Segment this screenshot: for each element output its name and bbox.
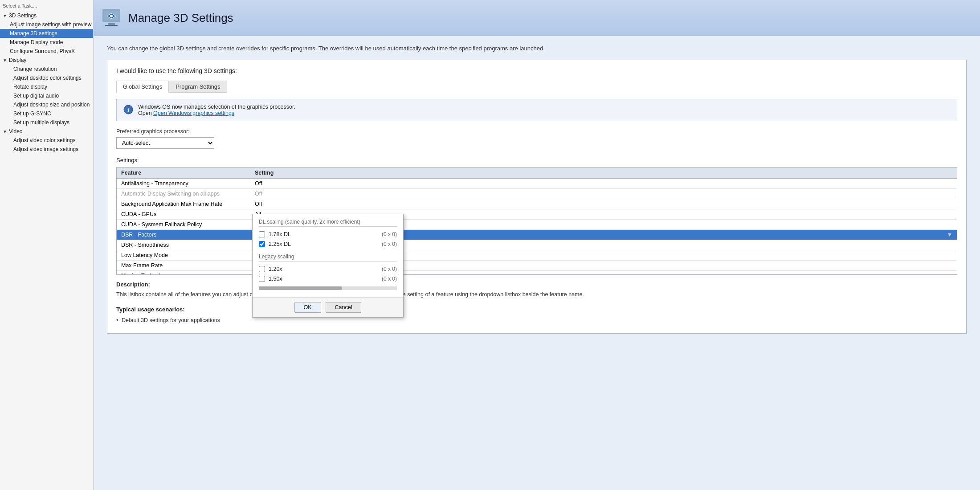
typical-title: Typical usage scenarios: — [116, 306, 957, 313]
sidebar-section-display-label: Display — [9, 57, 26, 63]
tab-program[interactable]: Program Settings — [169, 81, 227, 93]
sidebar-item-change-resolution[interactable]: Change resolution — [0, 65, 93, 74]
sidebar-item-digital-audio[interactable]: Set up digital audio — [0, 91, 93, 100]
page-header: Manage 3D Settings — [94, 0, 980, 36]
sidebar-item-rotate-display[interactable]: Rotate display — [0, 82, 93, 91]
page-title: Manage 3D Settings — [128, 11, 233, 25]
table-cell-feature: Low Latency Mode — [117, 250, 250, 261]
table-cell-feature: Background Application Max Frame Rate — [117, 199, 250, 209]
coords-178dl: (0 x 0) — [382, 231, 397, 237]
sidebar-item-manage-3d[interactable]: Manage 3D settings — [0, 29, 93, 38]
windows-graphics-settings-link[interactable]: Open Windows graphics settings — [153, 110, 234, 116]
table-row[interactable]: Low Latency Mode — [117, 250, 957, 261]
table-cell-feature: DSR - Smoothness — [117, 240, 250, 250]
sidebar-item-video-image[interactable]: Adjust video image settings — [0, 145, 93, 154]
sidebar-item-multiple-displays[interactable]: Set up multiple displays — [0, 118, 93, 127]
table-row[interactable]: Max Frame Rate — [117, 261, 957, 271]
expand-icon-video: ▼ — [2, 128, 8, 135]
sidebar-section-video[interactable]: ▼ Video — [0, 127, 93, 136]
description-text: This listbox contains all of the feature… — [116, 290, 957, 299]
col-setting: Setting — [250, 167, 957, 179]
table-row[interactable]: CUDA - GPUsAll — [117, 209, 957, 220]
ok-button[interactable]: OK — [294, 302, 321, 313]
sidebar-item-gsync[interactable]: Set up G-SYNC — [0, 109, 93, 118]
expand-icon-3d: ▼ — [2, 12, 8, 19]
settings-box: I would like to use the following 3D set… — [107, 60, 967, 334]
settings-box-title: I would like to use the following 3D set… — [116, 67, 957, 74]
dsr-popup: DL scaling (same quality, 2x more effici… — [252, 214, 404, 318]
svg-rect-4 — [108, 23, 115, 25]
sidebar-item-manage-display[interactable]: Manage Display mode — [0, 38, 93, 47]
sidebar-item-configure-surround[interactable]: Configure Surround, PhysX — [0, 47, 93, 56]
label-120x: 1.20x — [269, 266, 375, 272]
table-row[interactable]: CUDA - Sysmem Fallback PolicyDriver Defa… — [117, 220, 957, 230]
content-area: You can change the global 3D settings an… — [94, 36, 980, 351]
pref-graphics-label: Preferred graphics processor: — [116, 128, 957, 135]
sidebar-section-video-label: Video — [9, 128, 22, 135]
legacy-scaling-title: Legacy scaling — [259, 253, 397, 261]
settings-label: Settings: — [116, 157, 957, 163]
sidebar-item-video-color[interactable]: Adjust video color settings — [0, 136, 93, 145]
label-178dl: 1.78x DL — [269, 231, 375, 237]
dsr-popup-inner: DL scaling (same quality, 2x more effici… — [253, 214, 403, 297]
info-banner: i Windows OS now manages selection of th… — [116, 99, 957, 121]
table-cell-feature: DSR - Factors — [117, 230, 250, 240]
manage-3d-icon — [101, 7, 122, 29]
popup-item-120[interactable]: 1.20x (0 x 0) — [259, 264, 397, 274]
dl-scaling-title: DL scaling (same quality, 2x more effici… — [259, 219, 397, 227]
table-row[interactable]: Monitor Technology — [117, 271, 957, 275]
table-cell-feature: Antialiasing - Transparency — [117, 179, 250, 189]
intro-text: You can change the global 3D settings an… — [107, 45, 967, 52]
checkbox-150x[interactable] — [259, 276, 265, 282]
sidebar-item-adjust-image[interactable]: Adjust image settings with preview — [0, 20, 93, 29]
svg-rect-5 — [105, 25, 118, 26]
table-row[interactable]: Automatic Display Switching on all appsO… — [117, 189, 957, 199]
popup-scrollbar[interactable] — [259, 286, 397, 290]
table-scroll[interactable]: Feature Setting Antialiasing - Transpare… — [117, 167, 957, 274]
settings-table: Feature Setting Antialiasing - Transpare… — [117, 167, 957, 274]
svg-point-3 — [110, 15, 113, 17]
popup-item-178dl[interactable]: 1.78x DL (0 x 0) — [259, 229, 397, 239]
table-cell-setting: Off — [250, 179, 957, 189]
sidebar-section-3d-label: 3D Settings — [9, 12, 37, 19]
coords-225dl: (0 x 0) — [382, 241, 397, 247]
table-cell-feature: CUDA - Sysmem Fallback Policy — [117, 220, 250, 230]
checkbox-120x[interactable] — [259, 266, 265, 272]
sidebar-section-3d-settings[interactable]: ▼ 3D Settings — [0, 11, 93, 20]
table-row[interactable]: DSR - Smoothness — [117, 240, 957, 250]
sidebar-item-adjust-desktop-color[interactable]: Adjust desktop color settings — [0, 74, 93, 82]
popup-buttons: OK Cancel — [253, 297, 403, 317]
label-225dl: 2.25x DL — [269, 241, 375, 247]
expand-icon-display: ▼ — [2, 57, 8, 63]
sidebar: Select a Task.... ▼ 3D Settings Adjust i… — [0, 0, 94, 490]
info-icon: i — [123, 104, 134, 115]
info-text: Windows OS now manages selection of the … — [138, 104, 295, 116]
settings-table-wrapper: Feature Setting Antialiasing - Transpare… — [116, 167, 957, 275]
popup-item-225dl[interactable]: 2.25x DL (0 x 0) — [259, 239, 397, 249]
dsr-popup-box: DL scaling (same quality, 2x more effici… — [252, 214, 404, 318]
main-content: Manage 3D Settings You can change the gl… — [94, 0, 980, 490]
checkbox-178dl[interactable] — [259, 231, 265, 237]
col-feature: Feature — [117, 167, 250, 179]
sidebar-item-adjust-desktop-size[interactable]: Adjust desktop size and position — [0, 100, 93, 109]
label-150x: 1.50x — [269, 276, 375, 282]
coords-150x: (0 x 0) — [382, 276, 397, 282]
cancel-button[interactable]: Cancel — [326, 302, 362, 313]
description-label: Description: — [116, 281, 957, 288]
typical-section: Typical usage scenarios: Default 3D sett… — [116, 306, 957, 324]
coords-120x: (0 x 0) — [382, 266, 397, 272]
table-cell-setting: Off — [250, 199, 957, 209]
tab-global[interactable]: Global Settings — [116, 81, 169, 93]
table-row[interactable]: Background Application Max Frame RateOff — [117, 199, 957, 209]
table-row[interactable]: Antialiasing - TransparencyOff — [117, 179, 957, 189]
popup-item-150[interactable]: 1.50x (0 x 0) — [259, 274, 397, 284]
table-cell-feature: CUDA - GPUs — [117, 209, 250, 220]
description-section: Description: This listbox contains all o… — [116, 281, 957, 299]
typical-item-0: Default 3D settings for your application… — [116, 316, 957, 324]
settings-table-container: Feature Setting Antialiasing - Transpare… — [116, 167, 957, 275]
pref-graphics-select[interactable]: Auto-select — [116, 137, 214, 149]
sidebar-section-display[interactable]: ▼ Display — [0, 56, 93, 65]
checkbox-225dl[interactable] — [259, 241, 265, 247]
table-row[interactable]: DSR - Factors2.25x DL ▼ — [117, 230, 957, 240]
sidebar-task-label: Select a Task.... — [0, 2, 93, 11]
